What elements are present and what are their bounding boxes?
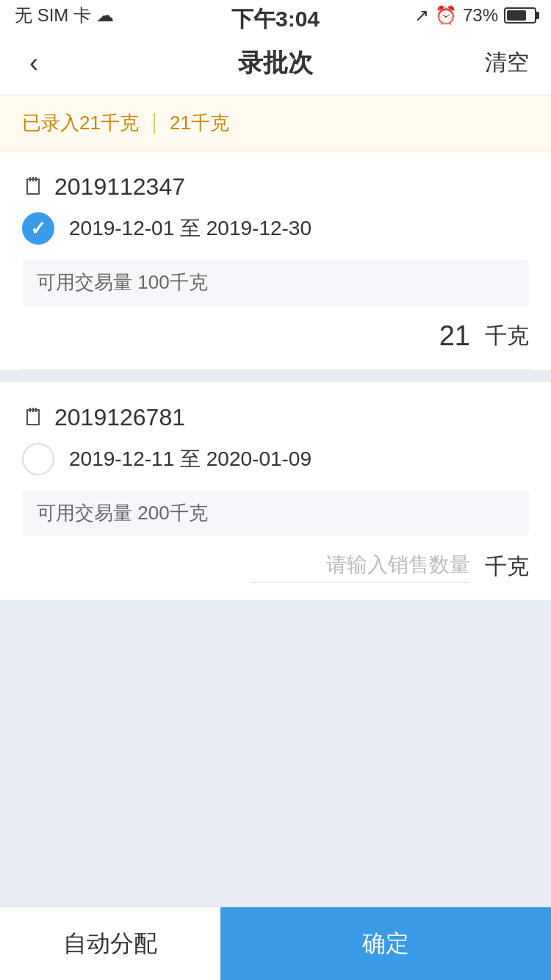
no-sim-text: 无 SIM 卡 ☁ [15,4,114,27]
available-qty-1: 可用交易量 100千克 [22,259,529,306]
content-area: 🗒 2019112347 2019-12-01 至 2019-12-30 可用交… [0,151,551,979]
qty-unit-2: 千克 [485,552,529,582]
batch-id-1: 2019112347 [54,173,185,201]
radio-btn-1[interactable] [22,212,54,245]
batch-card-2: 🗒 2019126781 2019-12-11 至 2020-01-09 可用交… [0,382,551,600]
summary-bar: 已录入21千克 21千克 [0,96,551,151]
status-left: 无 SIM 卡 ☁ [15,4,114,27]
page-title: 录批次 [238,46,313,80]
batch-id-row-1: 🗒 2019112347 [22,173,529,201]
batch-id-2: 2019126781 [54,404,185,431]
battery-icon [504,7,536,24]
doc-icon-1: 🗒 [22,173,46,201]
batch-date-1: 2019-12-01 至 2019-12-30 [69,215,311,242]
recorded-text: 已录入21千克 [22,110,139,136]
direction-icon: ↗ [414,5,429,26]
nav-bar: ‹ 录批次 清空 [0,31,551,96]
summary-divider [154,113,155,134]
batch-card-1: 🗒 2019112347 2019-12-01 至 2019-12-30 可用交… [0,151,551,370]
batch-date-row-2[interactable]: 2019-12-11 至 2020-01-09 [22,443,529,475]
qty-input-area-2[interactable]: 请输入销售数量 [250,551,470,583]
batch-date-row-1[interactable]: 2019-12-01 至 2019-12-30 [22,212,529,245]
battery-percent: 73% [463,5,498,26]
total-text: 21千克 [170,110,229,136]
section-divider-1 [0,370,551,382]
status-bar: 无 SIM 卡 ☁ 下午3:04 ↗ ⏰ 73% [0,0,551,31]
qty-value-1: 21 [439,320,470,352]
clear-button[interactable]: 清空 [485,48,529,78]
bottom-bar: 自动分配 确定 [0,907,551,980]
section-divider-2 [0,600,551,612]
radio-btn-2[interactable] [22,443,54,475]
back-button[interactable]: ‹ [22,40,46,86]
qty-unit-1: 千克 [485,321,529,351]
status-right: ↗ ⏰ 73% [414,5,536,26]
batch-date-2: 2019-12-11 至 2020-01-09 [69,445,311,473]
auto-distribute-button[interactable]: 自动分配 [0,907,220,980]
alarm-icon: ⏰ [435,5,457,26]
status-time: 下午3:04 [231,4,320,35]
available-qty-2: 可用交易量 200千克 [22,490,529,536]
batch-id-row-2: 🗒 2019126781 [22,404,529,431]
qty-placeholder-2: 请输入销售数量 [326,551,470,579]
doc-icon-2: 🗒 [22,404,46,431]
confirm-button[interactable]: 确定 [220,907,551,980]
